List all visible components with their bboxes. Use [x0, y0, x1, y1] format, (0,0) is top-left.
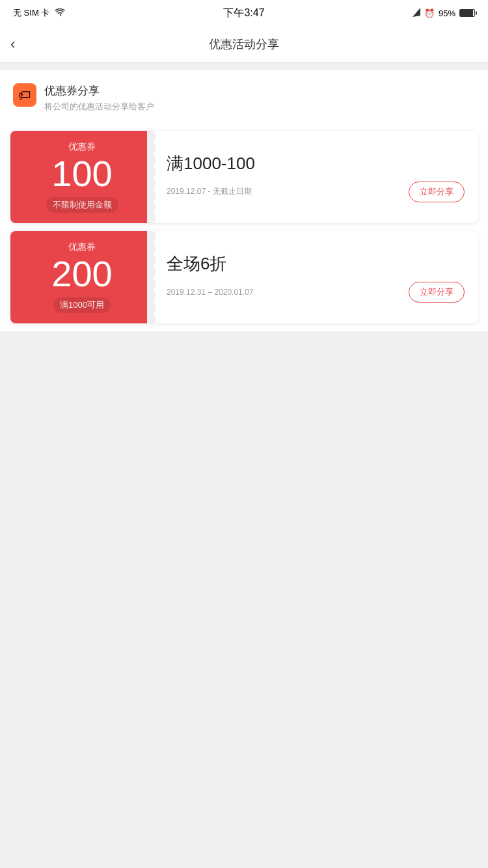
coupon-list: 优惠券 100 不限制使用金额 满1000-100 2019.12.07 - 无…	[0, 123, 488, 331]
status-left: 无 SIM 卡	[13, 7, 65, 19]
empty-area	[0, 331, 488, 657]
coupon-value-2: 200	[51, 256, 112, 292]
status-right: ⏰ 95%	[413, 8, 475, 19]
coupon-footer-1: 2019.12.07 - 无截止日期 立即分享	[167, 182, 465, 202]
coupon-icon: 🏷	[18, 88, 31, 103]
wifi-icon	[55, 8, 65, 18]
coupon-right-2: 全场6折 2019.12.31 – 2020.01.07 立即分享	[154, 231, 478, 323]
nav-bar: ‹ 优惠活动分享	[0, 26, 488, 62]
share-button-1[interactable]: 立即分享	[409, 182, 465, 202]
coupon-left-2: 优惠券 200 满1000可用	[10, 231, 154, 323]
section-title: 优惠券分享	[44, 83, 154, 98]
alarm-icon: ⏰	[424, 8, 435, 18]
svg-marker-0	[413, 8, 420, 17]
coupon-name-1: 满1000-100	[167, 152, 465, 175]
section-icon: 🏷	[13, 83, 36, 107]
coupon-right-1: 满1000-100 2019.12.07 - 无截止日期 立即分享	[154, 131, 478, 223]
battery-percent: 95%	[439, 8, 455, 18]
coupon-name-2: 全场6折	[167, 252, 465, 275]
coupon-left-1: 优惠券 100 不限制使用金额	[10, 131, 154, 223]
coupon-condition-1: 不限制使用金额	[46, 197, 118, 213]
coupon-condition-2: 满1000可用	[53, 297, 111, 313]
carrier-text: 无 SIM 卡	[13, 7, 49, 19]
coupon-footer-2: 2019.12.31 – 2020.01.07 立即分享	[167, 282, 465, 303]
status-bar: 无 SIM 卡 下午3:47 ⏰ 95%	[0, 0, 488, 26]
section-text: 优惠券分享 将公司的优惠活动分享给客户	[44, 83, 154, 113]
section-header: 🏷 优惠券分享 将公司的优惠活动分享给客户	[0, 70, 488, 123]
coupon-label-1: 优惠券	[68, 141, 96, 153]
page-title: 优惠活动分享	[209, 36, 279, 52]
section-subtitle: 将公司的优惠活动分享给客户	[44, 101, 154, 113]
coupon-date-2: 2019.12.31 – 2020.01.07	[167, 288, 253, 297]
status-time: 下午3:47	[223, 7, 264, 20]
coupon-value-1: 100	[51, 156, 112, 192]
coupon-card-2: 优惠券 200 满1000可用 全场6折 2019.12.31 – 2020.0…	[10, 231, 478, 323]
share-button-2[interactable]: 立即分享	[409, 282, 465, 303]
location-icon	[413, 8, 420, 19]
coupon-date-1: 2019.12.07 - 无截止日期	[167, 186, 252, 197]
back-button[interactable]: ‹	[10, 37, 15, 51]
coupon-card-1: 优惠券 100 不限制使用金额 满1000-100 2019.12.07 - 无…	[10, 131, 478, 223]
battery-indicator	[459, 9, 475, 17]
coupon-label-2: 优惠券	[68, 241, 96, 253]
